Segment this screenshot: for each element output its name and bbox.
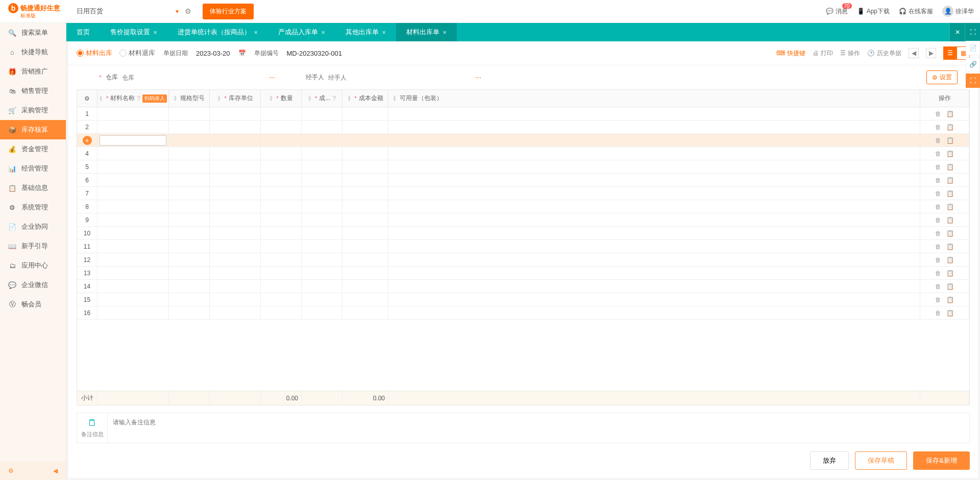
department-select[interactable]: 日用百货 ▼ — [77, 7, 180, 16]
copy-row-icon[interactable]: 📋 — [946, 150, 954, 157]
messages-button[interactable]: 💬 消息 70 — [826, 7, 848, 16]
table-row[interactable]: 1🗑📋 — [77, 107, 969, 121]
operate-button[interactable]: ☰ 操作 — [840, 49, 860, 58]
col-spec[interactable]: ▲▼规格型号 — [169, 90, 210, 107]
sidebar-item[interactable]: 🗂应用中心 — [0, 256, 66, 275]
delete-row-icon[interactable]: 🗑 — [935, 256, 941, 263]
sidebar-item[interactable]: 🛍销售管理 — [0, 81, 66, 101]
sidebar-item[interactable]: 📊经营管理 — [0, 159, 66, 178]
delete-row-icon[interactable]: 🗑 — [935, 203, 941, 210]
table-row[interactable]: +🗑📋 — [77, 134, 969, 147]
tab-expand[interactable]: ⛶ — [965, 23, 980, 41]
table-row[interactable]: 15🗑📋 — [77, 293, 969, 306]
col-available[interactable]: ▲▼可用量（包装） — [388, 90, 920, 107]
table-row[interactable]: 6🗑📋 — [77, 174, 969, 187]
tab[interactable]: 进货单统计表（按商品）✕ — [167, 23, 268, 41]
handler-input[interactable] — [328, 74, 471, 81]
copy-row-icon[interactable]: 📋 — [946, 256, 954, 263]
copy-row-icon[interactable]: 📋 — [946, 190, 954, 197]
date-value[interactable]: 2023-03-20 — [196, 50, 230, 57]
close-icon[interactable]: ✕ — [153, 30, 157, 35]
tab[interactable]: 售价提取设置✕ — [100, 23, 167, 41]
sidebar-item[interactable]: 📖新手引导 — [0, 236, 66, 256]
copy-row-icon[interactable]: 📋 — [946, 309, 954, 317]
sidebar-item[interactable]: 💬企业微信 — [0, 275, 66, 295]
delete-row-icon[interactable]: 🗑 — [935, 137, 941, 144]
next-doc-button[interactable]: ▶ — [926, 48, 936, 58]
copy-row-icon[interactable]: 📋 — [946, 296, 954, 303]
sidebar-item[interactable]: 📋基础信息 — [0, 178, 66, 198]
col-unit[interactable]: ▲▼*库存单位 — [210, 90, 261, 107]
sidebar-item[interactable]: ⌂快捷导航 — [0, 42, 66, 62]
add-row-button[interactable]: + — [83, 136, 92, 145]
delete-row-icon[interactable]: 🗑 — [935, 217, 941, 224]
copy-row-icon[interactable]: 📋 — [946, 177, 954, 184]
close-icon[interactable]: ✕ — [443, 30, 447, 35]
tab[interactable]: 产成品入库单✕ — [268, 23, 335, 41]
delete-row-icon[interactable]: 🗑 — [935, 309, 941, 317]
save-draft-button[interactable]: 保存草稿 — [855, 451, 907, 470]
warehouse-input[interactable] — [122, 74, 265, 81]
app-download-button[interactable]: 📱 App下载 — [857, 7, 890, 16]
remark-input[interactable] — [108, 413, 969, 443]
close-icon[interactable]: ✕ — [321, 30, 325, 35]
table-row[interactable]: 13🗑📋 — [77, 267, 969, 280]
table-row[interactable]: 12🗑📋 — [77, 253, 969, 267]
copy-row-icon[interactable]: 📋 — [946, 110, 954, 117]
copy-row-icon[interactable]: 📋 — [946, 137, 954, 144]
table-row[interactable]: 10🗑📋 — [77, 227, 969, 240]
column-config[interactable]: ⚙ — [77, 90, 97, 107]
view-list-button[interactable]: ☰ — [943, 46, 957, 60]
delete-row-icon[interactable]: 🗑 — [935, 243, 941, 250]
table-row[interactable]: 4🗑📋 — [77, 147, 969, 160]
close-icon[interactable]: ✕ — [382, 30, 386, 35]
delete-row-icon[interactable]: 🗑 — [935, 110, 941, 117]
history-button[interactable]: 🕑 历史单据 — [867, 49, 901, 58]
col-cost[interactable]: ▲▼*成... ? — [302, 90, 342, 107]
delete-row-icon[interactable]: 🗑 — [935, 150, 941, 157]
delete-row-icon[interactable]: 🗑 — [935, 124, 941, 131]
scan-badge[interactable]: 扫码录入 — [142, 94, 167, 103]
delete-row-icon[interactable]: 🗑 — [935, 177, 941, 184]
copy-row-icon[interactable]: 📋 — [946, 270, 954, 277]
delete-row-icon[interactable]: 🗑 — [935, 163, 941, 171]
delete-row-icon[interactable]: 🗑 — [935, 296, 941, 303]
column-settings-button[interactable]: ⚙ 设置 — [926, 70, 958, 84]
cta-button[interactable]: 体验行业方案 — [203, 4, 254, 19]
handler-picker-icon[interactable]: ⋯ — [475, 74, 481, 81]
delete-row-icon[interactable]: 🗑 — [935, 190, 941, 197]
sidebar-item[interactable]: 💰资金管理 — [0, 139, 66, 159]
sidebar-item[interactable]: 📄企业协同 — [0, 217, 66, 236]
gear-icon[interactable]: ⚙ — [185, 7, 191, 15]
col-material-name[interactable]: ▲▼ *材料名称 ? 扫码录入 — [97, 90, 169, 107]
copy-row-icon[interactable]: 📋 — [946, 217, 954, 224]
close-icon[interactable]: ✕ — [254, 30, 258, 35]
tab[interactable]: 首页 — [66, 23, 100, 41]
table-row[interactable]: 11🗑📋 — [77, 240, 969, 253]
rail-link-button[interactable]: 🔗 — [966, 57, 980, 71]
delete-row-icon[interactable]: 🗑 — [935, 283, 941, 290]
tab-close-all[interactable]: ✕ — [949, 23, 965, 41]
rail-note-button[interactable]: 📄 — [966, 41, 980, 55]
table-row[interactable]: 2🗑📋 — [77, 121, 969, 134]
table-row[interactable]: 14🗑📋 — [77, 280, 969, 293]
col-qty[interactable]: ▲▼*数量 — [261, 90, 302, 107]
support-button[interactable]: 🎧 在线客服 — [899, 7, 933, 16]
sidebar-item[interactable]: 🛒采购管理 — [0, 101, 66, 120]
sidebar-item[interactable]: ⚙系统管理 — [0, 198, 66, 217]
delete-row-icon[interactable]: 🗑 — [935, 230, 941, 237]
calendar-icon[interactable]: 📅 — [238, 50, 246, 57]
rail-expand-button[interactable]: ⛶ — [966, 74, 980, 88]
copy-row-icon[interactable]: 📋 — [946, 124, 954, 131]
sidebar-item[interactable]: 📦库存核算 — [0, 120, 66, 139]
copy-row-icon[interactable]: 📋 — [946, 203, 954, 210]
tab[interactable]: 其他出库单✕ — [335, 23, 396, 41]
table-row[interactable]: 5🗑📋 — [77, 160, 969, 174]
collapse-icon[interactable]: ◀ — [53, 467, 58, 474]
radio-material-out[interactable]: 材料出库 — [77, 49, 112, 58]
sidebar-item[interactable]: 🎁营销推广 — [0, 62, 66, 81]
tab[interactable]: 材料出库单✕ — [396, 23, 457, 41]
save-new-button[interactable]: 保存&新增 — [913, 451, 970, 470]
material-name-input[interactable] — [100, 135, 166, 146]
shortcut-button[interactable]: ⌨ 快捷键 — [776, 49, 805, 58]
